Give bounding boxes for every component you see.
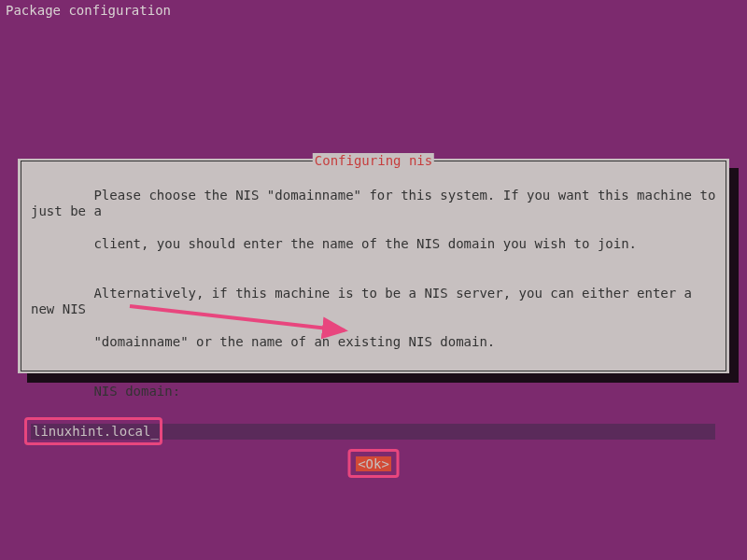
config-dialog: Configuring nis Please choose the NIS "d…	[18, 159, 729, 373]
nis-domain-input[interactable]: linuxhint.local_	[31, 424, 715, 440]
button-row: <Ok>	[31, 456, 716, 471]
cursor: _	[150, 424, 158, 439]
prompt-label: NIS domain:	[93, 384, 180, 399]
dialog-text: Please choose the NIS "domainname" for t…	[31, 171, 716, 416]
text-line-3: Alternatively, if this machine is to be …	[31, 286, 699, 317]
dialog-border: Configuring nis Please choose the NIS "d…	[21, 161, 726, 371]
input-value: linuxhint.local	[33, 424, 150, 439]
text-line-2: client, you should enter the name of the…	[93, 236, 637, 251]
input-row: linuxhint.local_	[31, 424, 716, 440]
header-title: Package configuration	[6, 3, 171, 18]
text-line-4: "domainname" or the name of an existing …	[93, 334, 495, 349]
dialog-container: Configuring nis Please choose the NIS "d…	[18, 159, 729, 373]
text-line-1: Please choose the NIS "domainname" for t…	[31, 188, 724, 219]
ok-button[interactable]: <Ok>	[356, 456, 391, 471]
dialog-title: Configuring nis	[313, 153, 434, 168]
page-header: Package configuration	[0, 0, 747, 21]
